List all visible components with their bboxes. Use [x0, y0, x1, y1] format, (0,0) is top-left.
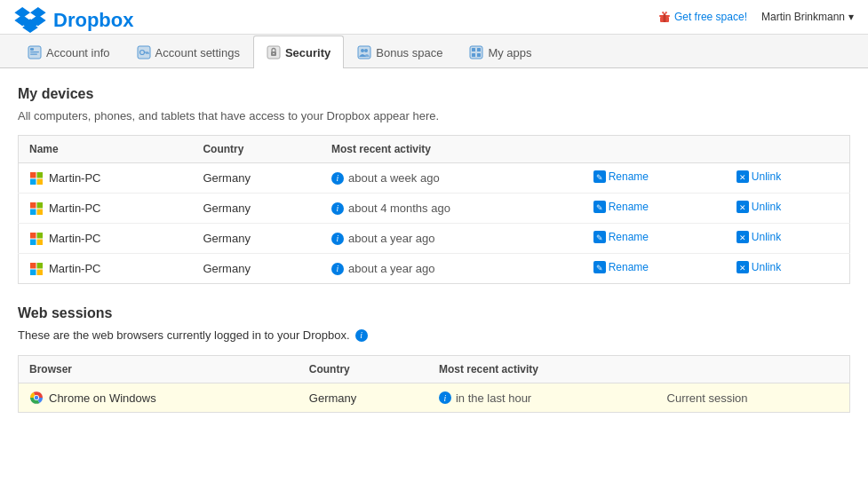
unlink-icon: ✕	[737, 231, 749, 243]
svg-rect-52	[30, 239, 36, 245]
svg-rect-28	[470, 46, 482, 59]
rename-icon: ✎	[593, 231, 606, 243]
svg-rect-43	[37, 202, 44, 209]
tabs-bar: Account info Account settings Security	[0, 35, 868, 68]
session-activity-text: in the last hour	[456, 391, 531, 405]
svg-text:✕: ✕	[739, 264, 746, 273]
security-icon	[267, 45, 281, 59]
main-content: My devices All computers, phones, and ta…	[0, 68, 868, 452]
device-row: Martin-PC Germany i about a year ago ✎ R…	[19, 224, 850, 254]
windows-icon	[29, 262, 44, 276]
tab-account-settings[interactable]: Account settings	[123, 36, 253, 68]
unlink-label: Unlink	[752, 231, 781, 243]
session-activity-info-icon: i	[439, 391, 451, 404]
dropbox-logo-icon	[14, 7, 46, 34]
windows-icon	[29, 171, 44, 186]
device-row: Martin-PC Germany i about a year ago ✎ R…	[19, 254, 850, 284]
device-unlink-cell: ✕ Unlink	[726, 194, 850, 224]
svg-rect-11	[30, 48, 34, 51]
header: Dropbox Get free space! Martin Brinkmann…	[0, 0, 868, 35]
rename-link[interactable]: ✎ Rename	[593, 201, 649, 213]
svg-rect-50	[30, 233, 36, 239]
device-name-text: Martin-PC	[49, 262, 101, 275]
rename-link[interactable]: ✎ Rename	[593, 231, 649, 243]
device-country-cell: Germany	[192, 224, 321, 254]
svg-text:✕: ✕	[739, 233, 746, 242]
device-unlink-cell: ✕ Unlink	[726, 224, 850, 254]
svg-rect-32	[472, 53, 475, 57]
session-browser-text: Chrome on Windows	[49, 391, 156, 405]
unlink-icon: ✕	[737, 201, 749, 213]
svg-rect-30	[472, 48, 475, 51]
device-activity-cell: i about 4 months ago	[321, 194, 583, 224]
svg-rect-12	[30, 51, 39, 52]
device-activity-text: about 4 months ago	[348, 202, 450, 215]
rename-icon: ✎	[593, 170, 606, 183]
devices-title: My devices	[18, 86, 850, 102]
web-sessions-info-icon: i	[355, 329, 368, 342]
svg-rect-13	[30, 54, 37, 55]
user-menu[interactable]: Martin Brinkmann ▾	[761, 11, 854, 23]
get-free-space-link[interactable]: Get free space!	[658, 11, 747, 23]
tab-security-label: Security	[285, 46, 330, 59]
unlink-link[interactable]: ✕ Unlink	[737, 170, 781, 183]
device-name-cell: Martin-PC	[19, 163, 193, 194]
devices-section: My devices All computers, phones, and ta…	[18, 86, 850, 284]
svg-text:✎: ✎	[596, 264, 603, 273]
svg-rect-8	[663, 14, 665, 22]
device-name-cell: Martin-PC	[19, 224, 193, 254]
account-info-icon	[28, 45, 42, 59]
svg-text:✕: ✕	[739, 173, 746, 182]
rename-icon: ✎	[593, 261, 606, 273]
device-name-cell: Martin-PC	[19, 194, 193, 224]
device-country-cell: Germany	[192, 254, 321, 284]
svg-rect-31	[477, 48, 481, 51]
svg-point-68	[35, 396, 38, 399]
device-activity-cell: i about a year ago	[321, 254, 583, 284]
activity-info-icon: i	[331, 263, 344, 275]
devices-table-header: Name Country Most recent activity	[19, 136, 850, 163]
web-sessions-desc-container: These are the web browsers currently log…	[18, 328, 850, 342]
col-status	[657, 356, 850, 383]
tab-bonus-space-label: Bonus space	[376, 46, 442, 59]
device-activity-cell: i about a year ago	[321, 224, 583, 254]
svg-point-26	[361, 49, 364, 52]
windows-icon	[29, 232, 44, 246]
activity-info-icon: i	[331, 233, 344, 245]
col-actions-1	[583, 136, 726, 163]
unlink-link[interactable]: ✕ Unlink	[737, 261, 781, 273]
svg-text:✕: ✕	[739, 203, 746, 212]
device-activity-text: about a year ago	[348, 262, 435, 275]
device-rename-cell: ✎ Rename	[583, 194, 726, 224]
account-settings-icon	[137, 45, 151, 59]
svg-rect-37	[37, 178, 44, 185]
rename-label: Rename	[609, 261, 649, 273]
activity-info-icon: i	[331, 202, 344, 215]
rename-link[interactable]: ✎ Rename	[593, 261, 649, 273]
tab-bonus-space[interactable]: Bonus space	[344, 36, 456, 68]
device-unlink-cell: ✕ Unlink	[726, 163, 850, 194]
unlink-link[interactable]: ✕ Unlink	[737, 201, 781, 213]
svg-rect-59	[37, 263, 44, 269]
tab-account-info[interactable]: Account info	[14, 36, 123, 68]
device-unlink-cell: ✕ Unlink	[726, 254, 850, 284]
unlink-icon: ✕	[737, 261, 749, 273]
svg-text:✎: ✎	[596, 173, 603, 182]
user-name: Martin Brinkmann	[761, 11, 845, 23]
session-status-cell: Current session	[657, 383, 850, 413]
device-name-cell: Martin-PC	[19, 254, 193, 284]
tab-my-apps-label: My apps	[488, 46, 531, 59]
session-browser-cell: Chrome on Windows	[19, 383, 299, 413]
web-sessions-description: These are the web browsers currently log…	[18, 328, 350, 342]
unlink-link[interactable]: ✕ Unlink	[737, 231, 781, 243]
tab-account-info-label: Account info	[46, 46, 110, 59]
rename-label: Rename	[609, 231, 649, 243]
tab-security[interactable]: Security	[253, 36, 344, 68]
devices-table: Name Country Most recent activity Martin…	[18, 135, 850, 284]
device-row: Martin-PC Germany i about 4 months ago ✎…	[19, 194, 850, 224]
rename-link[interactable]: ✎ Rename	[593, 170, 649, 183]
svg-rect-36	[30, 178, 36, 185]
tab-my-apps[interactable]: My apps	[456, 36, 545, 68]
chevron-down-icon: ▾	[848, 11, 854, 23]
device-activity-text: about a year ago	[348, 232, 435, 245]
